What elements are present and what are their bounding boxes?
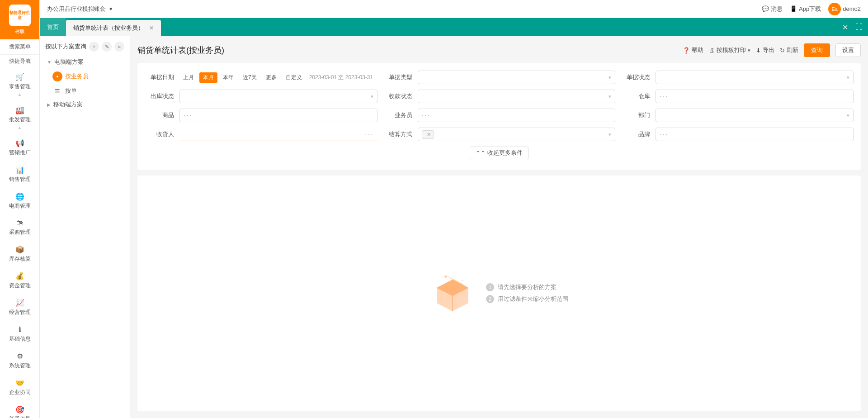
salesman-dots: ··· [422,111,430,119]
date-tabs: 上月 本月 本年 近7天 更多 自定义 [179,72,306,83]
sidebar-item-enterprise[interactable]: 🤝 企业协同 [0,374,39,401]
topbar-right: 💬 消息 📱 App下载 Ea demo2 [762,3,861,15]
brand-label: 品牌 [621,130,650,138]
message-btn[interactable]: 💬 消息 [762,5,783,13]
app-download-btn[interactable]: 📱 App下载 [790,5,821,13]
tab-sales-stat[interactable]: 销货单统计表（按业务员） ✕ [66,20,161,36]
settlement-control[interactable]: ✕ ▾ [418,128,616,141]
date-tab-lastmonth[interactable]: 上月 [179,72,198,83]
brand-dots: ··· [660,130,668,138]
left-panel: 按以下方案查询 + ✎ « ▼ 电脑端方案 ● 按业务员 [40,36,130,418]
help-icon: ❓ [683,47,690,54]
filter-row-2: 出库状态 ▾ 收款状态 ▾ 仓库 [145,90,854,103]
paystatus-label: 收款状态 [383,92,412,100]
dept-control[interactable]: ▾ [656,109,854,122]
scheme-by-salesman[interactable]: ● 按业务员 [45,69,130,84]
sidebar-item-system[interactable]: ⚙ 系统管理 [0,347,39,374]
sidebar-item-basic[interactable]: ℹ 基础信息 [0,321,39,347]
sidebar-item-purchase[interactable]: 🛍 采购管理 [0,214,39,241]
date-tab-custom[interactable]: 自定义 [282,72,306,83]
settlement-tag-remove-btn[interactable]: ✕ [427,132,431,138]
app-name-arrow[interactable]: ▾ [109,5,113,12]
scheme-by-order[interactable]: ☰ 按单 [45,84,130,98]
tab-close-window-btn[interactable]: ✕ [840,21,850,33]
svg-text:✦: ✦ [443,274,448,280]
query-btn[interactable]: 查询 [804,43,830,57]
edit-scheme-btn[interactable]: ✎ [102,42,112,52]
warehouse-select[interactable]: ··· [656,90,854,103]
sidebar-item-operation[interactable]: 📈 经营管理 [0,294,39,321]
goods-select[interactable]: ··· [179,109,377,122]
goods-dots: ··· [184,111,192,119]
collapse-panel-btn[interactable]: « [114,42,124,52]
tabbar-actions: ✕ ⛶ [840,21,868,33]
export-icon: ⬇ [756,47,761,54]
operation-icon: 📈 [15,299,24,307]
sidebar-item-marketing[interactable]: 📢 营销推广 [0,134,39,161]
salesman-control[interactable]: ··· [418,109,616,122]
date-tab-more[interactable]: 更多 [262,72,280,83]
sidebar-item-retail[interactable]: 🛒 零售管理 ▲ [0,68,39,101]
empty-state-icon: ✦ ✦ [430,271,475,316]
docstatus-control[interactable]: ▾ [656,71,854,84]
refresh-label: 刷新 [787,46,798,54]
export-btn[interactable]: ⬇ 导出 [756,46,774,54]
desktop-scheme-expand-icon[interactable]: ▼ [47,60,52,65]
sidebar-item-sales[interactable]: 📊 销售管理 [0,161,39,188]
sidebar-item-marketing-label: 营销推广 [9,149,31,157]
logo-icon: 畅捷通好生意 [9,5,31,26]
sidebar-search[interactable]: 搜索菜单 [0,39,39,55]
empty-tips: 1 请先选择要分析的方案 2 用过滤条件来缩小分析范围 [486,283,568,303]
setting-btn[interactable]: 设置 [835,43,861,57]
active-scheme-icon: ● [52,71,62,81]
message-icon: 💬 [762,5,769,12]
dept-select[interactable]: ▾ [656,109,854,122]
paystatus-control[interactable]: ▾ [418,90,616,103]
sidebar-item-newbie[interactable]: 🎯 新手引导 [0,401,39,418]
tab-expand-btn[interactable]: ⛶ [854,21,864,33]
refresh-btn[interactable]: ↻ 刷新 [780,46,798,54]
sidebar-item-enterprise-label: 企业协同 [9,389,31,396]
doctype-select[interactable]: ▾ [418,71,616,84]
sidebar-item-wholesale-label: 批发管理 [9,116,31,124]
paystatus-select[interactable]: ▾ [418,90,616,103]
sidebar-item-wholesale[interactable]: 🏭 批发管理 ▲ [0,101,39,134]
retail-icon: 🛒 [15,73,24,81]
help-btn[interactable]: ❓ 帮助 [683,46,703,54]
mobile-scheme-group[interactable]: ▶ 移动端方案 [40,98,130,111]
outstatus-select[interactable]: ▾ [179,90,377,103]
sidebar-item-ecommerce[interactable]: 🌐 电商管理 [0,188,39,214]
collapse-btn[interactable]: ⌃⌃ 收起更多条件 [470,147,528,159]
print-btn[interactable]: 🖨 按模板打印 ▾ [709,46,750,54]
topbar: 办公用品行业模拟账套 ▾ 💬 消息 📱 App下载 Ea demo2 [40,0,868,18]
logo-subtitle: 标版 [15,28,25,35]
finance-icon: 💰 [15,272,24,280]
salesman-select[interactable]: ··· [418,109,616,122]
tab-home[interactable]: 首页 [40,18,66,36]
left-panel-title: 按以下方案查询 [45,43,86,51]
date-tab-thisyear[interactable]: 本年 [219,72,237,83]
warehouse-control[interactable]: ··· [656,90,854,103]
brand-control[interactable]: ··· [656,128,854,141]
settlement-select[interactable]: ✕ ▾ [418,128,616,141]
date-tab-last7[interactable]: 近7天 [239,72,260,83]
tab-close-icon[interactable]: ✕ [149,25,154,31]
consignee-select[interactable]: ··· [179,128,377,141]
brand-select[interactable]: ··· [656,128,854,141]
consignee-control[interactable]: ··· [179,128,377,141]
docstatus-select[interactable]: ▾ [656,71,854,84]
sidebar-item-finance[interactable]: 💰 资金管理 [0,267,39,294]
doctype-control[interactable]: ▾ [418,71,616,84]
date-tab-thismonth[interactable]: 本月 [199,72,217,83]
goods-control[interactable]: ··· [179,109,377,122]
goods-label: 商品 [145,111,174,119]
sidebar-quick-nav[interactable]: 快捷导航 [0,55,39,68]
user-area[interactable]: Ea demo2 [828,3,861,15]
page-actions: ❓ 帮助 🖨 按模板打印 ▾ ⬇ 导出 ↻ 刷新 [683,43,861,57]
mobile-scheme-expand-icon[interactable]: ▶ [47,102,51,107]
outstatus-control[interactable]: ▾ [179,90,377,103]
app-name: 办公用品行业模拟账套 [47,5,106,13]
sidebar-item-purchase-label: 采购管理 [9,228,31,236]
sidebar-item-inventory[interactable]: 📦 库存核算 [0,241,39,267]
add-scheme-btn[interactable]: + [89,42,99,52]
